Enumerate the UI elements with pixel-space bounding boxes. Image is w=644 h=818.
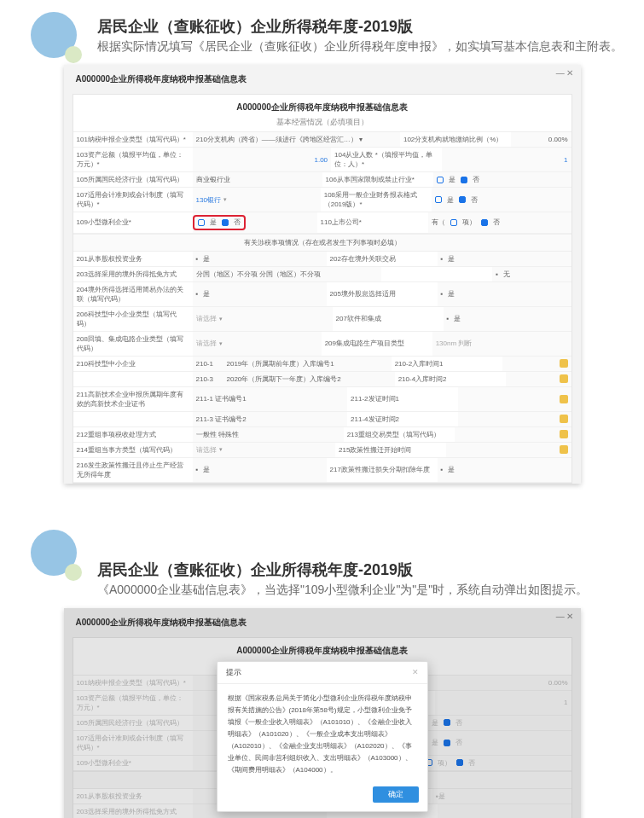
radio-108[interactable]: 是 否 [432,188,571,212]
label-203: 203选择采用的境外所得抵免方式 [73,267,193,281]
slide2-subtitle: 《A000000企业基础信息表》，当选择"109小型微利企业"为"是"时，系统自… [97,581,627,598]
radio-icon[interactable] [437,177,444,183]
label-210-3: 210-3 [193,372,223,386]
label-210-2: 210-2入库时间1 [392,357,502,371]
value-105[interactable]: 商业银行业 [193,172,322,187]
slide2-title: 居民企业（查账征收）企业所得税年度-2019版 [97,559,627,581]
close-icon[interactable]: ✕ [412,668,419,676]
page-title: A000000企业所得税年度纳税申报基础信息表 [64,65,581,89]
label-206: 206科技型中小企业类型（填写代码） [73,307,193,331]
calendar-icon[interactable] [560,359,568,368]
label-107: 107适用会计准则或会计制度（填写代码）* [73,188,193,212]
label-103: 103资产总额（填报平均值，单位：万元）* [73,148,193,171]
radio-109[interactable]: 是 否 [193,212,317,233]
label-109: 109小型微利企业* [73,212,193,233]
label-210: 210科技型中小企业 [73,357,193,371]
label-211-2: 211-2发证时间1 [347,387,458,411]
hint-modal: 提示 ✕ 根据《国家税务总局关于简化小型微利企业所得税年度纳税申报有关措施的公告… [217,661,428,812]
calendar-icon[interactable] [560,415,568,423]
section-note: 有关涉税事项情况（存在或者发生下列事项时必填） [73,234,571,252]
label-105: 105所属国民经济行业（填写代码） [73,172,193,187]
radio-icon[interactable] [222,219,229,226]
radio-106[interactable]: 是 否 [433,172,571,187]
value-104[interactable]: 1 [442,148,571,171]
value-204[interactable]: ▪ 是 [193,282,327,306]
label-213: 213重组交易类型（填写代码） [344,427,455,442]
card-subtitle: 基本经营情况（必填项目） [73,117,571,132]
value-102: 0.00% [511,132,571,147]
calendar-icon[interactable] [560,374,568,383]
value-213[interactable] [455,427,571,442]
value-211-4[interactable] [458,412,571,426]
value-211-3[interactable]: 211-3 证书编号2 [193,412,348,426]
label-104: 104从业人数 *（填报平均值，单位：人）* [331,148,442,171]
modal-title: 提示 [226,667,241,678]
decorative-bubble [31,12,77,58]
slide1-title: 居民企业（查账征收）企业所得税年度-2019版 [97,15,627,38]
label-201: 201从事股权投资业务 [73,252,193,266]
label-210-1: 210-1 [193,357,223,371]
decorative-bubble [31,530,77,576]
label-216: 216发生政策性搬迁且停止生产经营无所得年度 [73,458,193,482]
window-controls[interactable]: — ✕ [556,68,574,78]
label-210-4: 210-4入库时间2 [395,372,506,386]
value-210-1[interactable]: 2019年（所属期前年度）入库编号1 [223,357,392,371]
calendar-icon[interactable] [560,395,568,403]
value-207[interactable]: ▪ 是 [444,307,571,331]
label-212: 212重组事项税收处理方式 [73,427,193,442]
value-209[interactable]: 130nm 判断 [432,332,571,356]
value-107[interactable]: 130银行 [193,188,321,212]
value-212[interactable]: 一般性 特殊性 [193,427,344,442]
value-208[interactable]: 请选择 [193,332,322,356]
value-203[interactable]: 分国（地区）不分项 分国（地区）不分项 [193,267,382,281]
slide1-subtitle: 根据实际情况填写《居民企业（查账征收）企业所得税年度申报》，如实填写基本信息表和… [97,38,627,55]
label-108: 108采用一般企业财务报表格式（2019版）* [321,188,432,212]
radio-icon[interactable] [461,177,467,183]
value-103[interactable]: 1.00 [193,148,332,171]
label-204: 204境外所得选择适用简易办法的关联（填写代码） [73,282,193,306]
value-211-1[interactable]: 211-1 证书编号1 [193,387,348,411]
value-101[interactable]: 210分支机构（跨省）——须进行《跨地区经营汇…） ▾ [193,132,400,147]
documentation-slide-1: 居民企业（查账征收）企业所得税年度-2019版 根据实际情况填写《居民企业（查账… [0,0,644,518]
app-window-2: — ✕ A000000企业所得税年度纳税申报基础信息表 A000000企业所得税… [64,608,581,819]
value-211-2[interactable] [458,387,571,411]
label-211-4: 211-4发证时间2 [347,412,458,426]
value-214[interactable]: 请选择 [193,443,336,457]
radio-icon[interactable] [198,219,205,226]
value-210-3[interactable]: 2020年（所属期下一年度）入库编号2 [223,372,395,386]
value-206[interactable]: 请选择 [193,307,333,331]
value-216[interactable]: ▪ 是 [193,458,327,482]
value-210-2[interactable] [502,357,571,371]
value-210-4[interactable] [506,372,571,386]
radio-icon[interactable] [459,196,466,203]
radio-110[interactable]: 有（ 项） 否 [428,212,571,233]
card-title: A000000企业所得税年度纳税申报基础信息表 [73,95,571,117]
value-201[interactable]: ▪ 是 [193,252,327,266]
label-101: 101纳税申报企业类型（填写代码）* [73,132,193,147]
app-window-1: — ✕ A000000企业所得税年度纳税申报基础信息表 A000000企业所得税… [64,65,581,484]
label-209: 209集成电路生产项目类型 [322,332,432,356]
radio-icon[interactable] [435,196,442,203]
radio-icon[interactable] [450,219,457,226]
label-214: 214重组当事方类型（填写代码） [73,443,193,457]
value-202[interactable]: ▪ 是 [438,252,571,266]
calendar-icon[interactable] [560,445,568,454]
label-110: 110上市公司* [317,212,428,233]
radio-icon[interactable] [481,219,488,226]
label-215: 215政策性搬迁开始时间 [335,443,446,457]
confirm-button[interactable]: 确定 [373,786,419,803]
value-203b[interactable]: ▪ 无 [492,267,571,281]
label-211: 211高新技术企业申报所属期年度有效的高新技术企业证书 [73,387,193,411]
label-106: 106从事国家限制或禁止行业* [322,172,433,187]
label-217: 217政策性搬迁损失分期扣除年度 [327,458,438,482]
value-217[interactable]: ▪ 是 [438,458,571,482]
label-202: 202存在境外关联交易 [327,252,438,266]
modal-body: 根据《国家税务总局关于简化小型微利企业所得税年度纳税申报有关措施的公告》(201… [218,684,427,781]
warn-icon [560,430,568,438]
label-102: 102分支机构就地缴纳比例（%） [400,132,511,147]
label-208: 208回填、集成电路企业类型（填写代码） [73,332,193,356]
value-215[interactable] [446,443,571,457]
value-205[interactable]: ▪ 是 [438,282,571,306]
label-207: 207软件和集成 [333,307,444,331]
documentation-slide-2: 居民企业（查账征收）企业所得税年度-2019版 《A000000企业基础信息表》… [0,518,644,819]
